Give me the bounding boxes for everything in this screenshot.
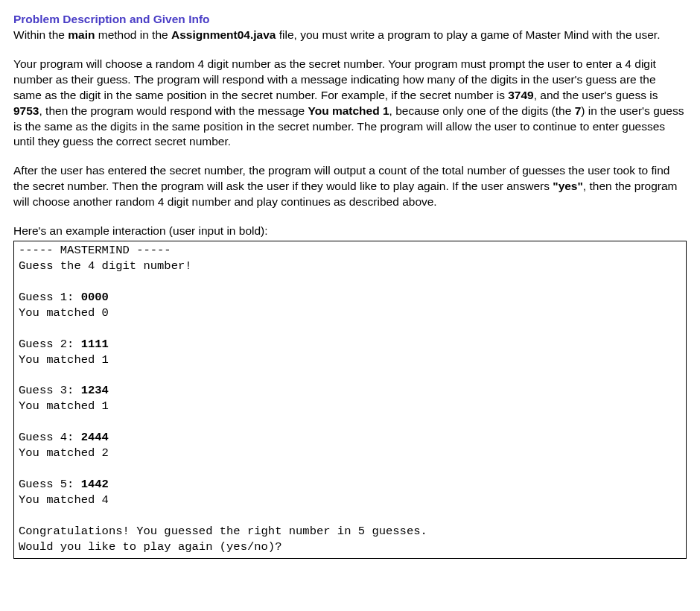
console-congrats: Congratulations! You guessed the right n… [19,525,427,538]
console-result: You matched 4 [19,493,109,507]
console-user-input: 0000 [81,291,109,304]
body1-match-msg: You matched 1 [308,104,389,117]
console-user-input: 1234 [81,384,109,397]
body1-b: , and the user's guess is [534,89,658,101]
body1-digit: 7 [575,104,582,117]
console-guess-prompt: Guess 4: [19,431,81,444]
console-user-input: 1111 [81,338,109,351]
body1-c: , then the program would respond with th… [39,104,308,117]
intro-text-a: Within the [13,28,68,41]
console-guess-prompt: Guess 1: [19,291,81,304]
intro-file-bold: Assignment04.java [171,28,276,41]
example-caption: Here's an example interaction (user inpu… [13,224,687,239]
body-paragraph-2: After the user has entered the secret nu… [13,163,687,210]
console-result: You matched 1 [19,399,109,413]
body1-secret: 3749 [508,89,533,101]
intro-text-e: file, you must write a program to play a… [276,28,660,41]
body1-guess: 9753 [13,104,39,117]
intro-main-bold: main [68,28,95,41]
console-guess-prompt: Guess 5: [19,478,81,491]
console-play-again: Would you like to play again (yes/no)? [19,540,281,554]
intro-paragraph: Within the main method in the Assignment… [13,28,687,43]
body1-d: , because only one of the digits (the [389,104,575,117]
console-guess-prompt: Guess 2: [19,338,81,351]
body-paragraph-1: Your program will choose a random 4 digi… [13,57,687,151]
intro-text-c: method in the [95,28,171,41]
console-user-input: 2444 [81,431,109,444]
console-result: You matched 2 [19,446,109,460]
console-user-input: 1442 [81,478,109,491]
section-title: Problem Description and Given Info [13,12,687,28]
console-header-2: Guess the 4 digit number! [19,259,192,273]
console-result: You matched 1 [19,353,109,367]
console-header-1: ----- MASTERMIND ----- [19,244,171,257]
body2-yes: "yes" [553,180,583,192]
console-guess-prompt: Guess 3: [19,384,81,397]
console-result: You matched 0 [19,306,109,320]
console-output-box: ----- MASTERMIND ----- Guess the 4 digit… [13,241,687,558]
